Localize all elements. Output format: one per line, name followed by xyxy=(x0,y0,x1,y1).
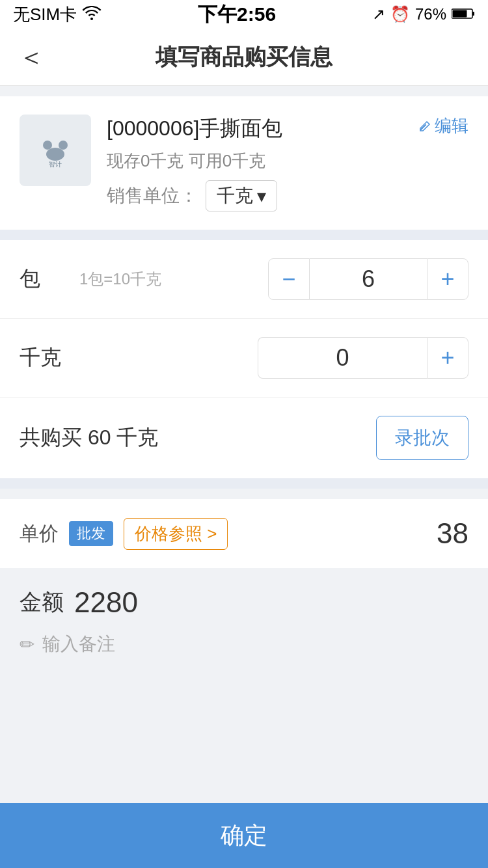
edit-label: 编辑 xyxy=(435,115,468,137)
unit-dropdown[interactable]: 千克 ▾ xyxy=(206,180,277,211)
note-input[interactable]: 输入备注 xyxy=(42,632,115,657)
product-name-row: [0000006]手撕面包 编辑 xyxy=(107,115,468,143)
pack-hint: 1包=10千克 xyxy=(79,269,268,290)
status-right: ↗ ⏰ 76% xyxy=(372,5,475,23)
amount-section: 金额 2280 ✏ 输入备注 xyxy=(0,568,488,683)
product-stock: 现存0千克 可用0千克 xyxy=(107,150,468,172)
svg-point-3 xyxy=(43,141,52,150)
sim-status: 无SIM卡 xyxy=(13,3,77,26)
status-bar: 无SIM卡 下午2:56 ↗ ⏰ 76% xyxy=(0,0,488,29)
product-logo-icon: 智计 xyxy=(36,131,75,170)
svg-point-5 xyxy=(46,148,64,161)
note-row[interactable]: ✏ 输入备注 xyxy=(20,632,468,683)
page-title: 填写商品购买信息 xyxy=(156,42,332,72)
pack-qty-control: − + xyxy=(268,258,468,300)
nav-bar: ＜ 填写商品购买信息 xyxy=(0,29,488,86)
divider-2 xyxy=(0,478,488,489)
battery-level: 76% xyxy=(415,5,446,23)
edit-icon xyxy=(418,119,432,133)
batch-button[interactable]: 录批次 xyxy=(376,416,468,460)
pack-qty-input[interactable] xyxy=(310,258,427,300)
battery-icon xyxy=(452,5,475,23)
price-section: 单价 批发 价格参照 > 38 xyxy=(0,499,488,568)
edit-button[interactable]: 编辑 xyxy=(418,115,468,137)
svg-text:智计: 智计 xyxy=(49,161,62,168)
svg-point-4 xyxy=(59,141,68,150)
product-section: 智计 [0000006]手撕面包 编辑 现存0千克 可用0千克 销售单位： 千克… xyxy=(0,96,488,230)
price-tag: 批发 xyxy=(69,521,113,546)
status-left: 无SIM卡 xyxy=(13,3,102,26)
price-ref-button[interactable]: 价格参照 > xyxy=(124,518,228,550)
svg-rect-2 xyxy=(452,10,467,18)
kg-plus-button[interactable]: + xyxy=(427,337,468,379)
location-icon: ↗ xyxy=(372,5,385,23)
price-value: 38 xyxy=(437,517,468,550)
alarm-icon: ⏰ xyxy=(390,5,410,23)
status-time: 下午2:56 xyxy=(198,1,276,28)
product-unit-row: 销售单位： 千克 ▾ xyxy=(107,180,468,211)
svg-rect-1 xyxy=(472,12,474,16)
confirm-label: 确定 xyxy=(221,820,267,852)
amount-label: 金额 xyxy=(20,588,64,617)
pencil-icon: ✏ xyxy=(20,634,34,655)
kg-qty-control: + xyxy=(258,337,468,379)
total-text: 共购买 60 千克 xyxy=(20,424,158,452)
pack-label: 包 xyxy=(20,265,72,293)
unit-value: 千克 xyxy=(217,183,253,208)
back-button[interactable]: ＜ xyxy=(18,39,44,75)
total-row: 共购买 60 千克 录批次 xyxy=(0,398,488,478)
divider-1 xyxy=(0,230,488,240)
pack-plus-button[interactable]: + xyxy=(427,258,468,300)
amount-value: 2280 xyxy=(74,586,138,619)
price-label: 单价 xyxy=(20,521,59,547)
wifi-icon xyxy=(82,5,102,25)
chevron-down-icon: ▾ xyxy=(257,185,266,207)
confirm-button[interactable]: 确定 xyxy=(0,803,488,868)
unit-label: 销售单位： xyxy=(107,183,198,208)
kg-qty-input[interactable] xyxy=(258,337,427,379)
input-section: 包 1包=10千克 − + 千克 + xyxy=(0,240,488,398)
product-thumbnail: 智计 xyxy=(20,115,91,186)
pack-row: 包 1包=10千克 − + xyxy=(0,240,488,319)
kg-label: 千克 xyxy=(20,344,72,372)
amount-row: 金额 2280 xyxy=(20,586,468,632)
product-name: [0000006]手撕面包 xyxy=(107,115,282,143)
product-info: [0000006]手撕面包 编辑 现存0千克 可用0千克 销售单位： 千克 ▾ xyxy=(107,115,468,211)
price-ref-label: 价格参照 > xyxy=(135,522,217,545)
pack-minus-button[interactable]: − xyxy=(268,258,310,300)
kg-row: 千克 + xyxy=(0,319,488,398)
